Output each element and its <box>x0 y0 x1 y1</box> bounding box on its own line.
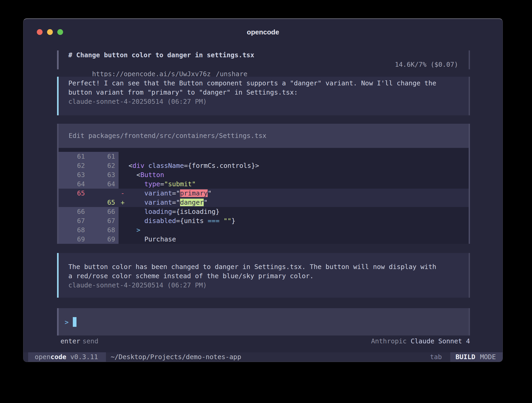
diff-sign <box>119 216 129 225</box>
code-line: <div className={formCs.controls}> <box>129 161 259 170</box>
new-line-number: 63 <box>89 170 119 179</box>
old-line-number: 69 <box>59 235 89 244</box>
diff-row: 6666 loading={isLoading} <box>59 207 469 216</box>
message-line: Perfect! I can see that the Button compo… <box>68 79 469 88</box>
text-cursor <box>73 317 76 327</box>
diff-sign: + <box>119 198 129 207</box>
code-line: type="submit" <box>129 179 196 189</box>
message-line: a red/rose color scheme instead of the b… <box>68 271 469 281</box>
mode-primary: BUILD <box>456 353 475 361</box>
titlebar[interactable]: opencode <box>23 19 503 45</box>
new-line-number: 64 <box>89 179 119 189</box>
app-name-open: open <box>35 353 50 361</box>
old-line-number: 65 <box>59 189 89 198</box>
edit-tool-block: Edit packages/frontend/src/containers/Se… <box>57 124 470 244</box>
window-title: opencode <box>23 26 503 38</box>
code-line: variant="danger" <box>129 198 208 207</box>
diff-row: 6161 <box>59 152 469 161</box>
assistant-message: The button color has been changed to dan… <box>57 253 470 298</box>
new-line-number: 62 <box>89 161 119 170</box>
old-line-number: 67 <box>59 216 89 225</box>
old-line-number: 62 <box>59 161 89 170</box>
app-name-code: code <box>50 353 66 361</box>
old-line-number: 66 <box>59 207 89 216</box>
diff-view: 61616262<div className={formCs.controls}… <box>59 148 469 244</box>
diff-sign <box>119 207 129 216</box>
old-line-number: 64 <box>59 179 89 189</box>
mode-segment[interactable]: BUILDMODE <box>450 352 503 362</box>
diff-rows: 61616262<div className={formCs.controls}… <box>59 152 469 244</box>
tab-key-hint[interactable]: tab <box>430 352 442 362</box>
diff-sign: - <box>119 189 129 198</box>
status-bar: opencodev0.3.11 ~/Desktop/Projects/demo-… <box>23 352 503 362</box>
code-line: disabled={units === ""} <box>129 216 235 225</box>
mode-secondary: MODE <box>480 353 496 361</box>
token-usage: 14.6K/7% ($0.07) <box>395 60 458 69</box>
old-line-number: 63 <box>59 170 89 179</box>
diff-row: 6363 <Button <box>59 170 469 179</box>
prompt-input[interactable]: > <box>57 308 470 335</box>
diff-sign <box>119 170 129 179</box>
diff-row: 6262<div className={formCs.controls}> <box>59 161 469 170</box>
new-line-number: 65 <box>89 198 119 207</box>
prompt-symbol: > <box>65 318 69 327</box>
diff-row: 6969 Purchase <box>59 235 469 244</box>
code-line: loading={isLoading} <box>129 207 219 216</box>
diff-sign <box>119 235 129 244</box>
old-line-number: 61 <box>59 152 89 161</box>
old-line-number: 68 <box>59 225 89 235</box>
session-header: # Change button color to danger in setti… <box>57 50 470 69</box>
app-version: v0.3.11 <box>70 353 98 361</box>
new-line-number: 67 <box>89 216 119 225</box>
diff-row: 6868 > <box>59 225 469 235</box>
message-meta: claude-sonnet-4-20250514 (06:27 PM) <box>68 281 469 290</box>
diff-sign <box>119 225 129 235</box>
diff-sign <box>119 179 129 189</box>
code-line: <Button <box>129 170 164 179</box>
send-hint-label: send <box>83 337 98 346</box>
new-line-number: 61 <box>89 152 119 161</box>
diff-row: 65- variant="primary" <box>59 189 469 198</box>
model-provider: Anthropic <box>371 337 407 345</box>
enter-key-hint: enter <box>60 337 80 346</box>
code-line: Purchase <box>129 235 176 244</box>
diff-row: 65+ variant="danger" <box>59 198 469 207</box>
diff-sign <box>119 161 129 170</box>
edit-file-path: Edit packages/frontend/src/containers/Se… <box>59 124 469 148</box>
message-meta: claude-sonnet-4-20250514 (06:27 PM) <box>68 97 469 106</box>
diff-sign <box>119 152 129 161</box>
new-line-number: 69 <box>89 235 119 244</box>
session-title: # Change button color to danger in setti… <box>68 50 469 60</box>
app-version-segment: opencodev0.3.11 <box>28 352 106 362</box>
diff-row: 6767 disabled={units === ""} <box>59 216 469 225</box>
code-line: variant="primary" <box>129 189 212 198</box>
model-indicator[interactable]: Anthropic Claude Sonnet 4 <box>371 337 470 346</box>
message-line: The button color has been changed to dan… <box>68 262 469 271</box>
new-line-number <box>89 189 119 198</box>
app-window: opencode # Change button color to danger… <box>23 18 503 362</box>
model-name: Claude Sonnet 4 <box>411 337 470 345</box>
old-line-number <box>59 198 89 207</box>
message-line: button variant from "primary" to "danger… <box>68 88 469 97</box>
code-line: > <box>129 225 140 235</box>
assistant-message: Perfect! I can see that the Button compo… <box>57 77 470 115</box>
hints-row: enter send Anthropic Claude Sonnet 4 <box>57 337 470 346</box>
working-directory: ~/Desktop/Projects/demo-notes-app <box>111 352 241 362</box>
new-line-number: 68 <box>89 225 119 235</box>
diff-row: 6464 type="submit" <box>59 179 469 189</box>
new-line-number: 66 <box>89 207 119 216</box>
